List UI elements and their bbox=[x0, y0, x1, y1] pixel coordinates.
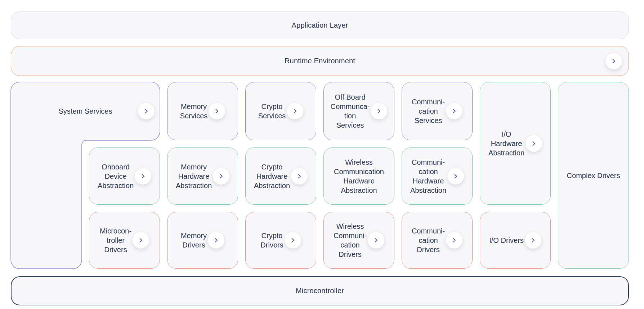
offboard-communication-services-box[interactable]: Off Board Communca- tion Services bbox=[323, 82, 394, 140]
chevron-right-icon[interactable] bbox=[285, 232, 301, 249]
complex-drivers-box: Complex Drivers bbox=[558, 82, 629, 269]
crypto-services-box[interactable]: Crypto Services bbox=[245, 82, 316, 140]
application-layer-label: Application Layer bbox=[292, 21, 348, 29]
io-hardware-abstraction-label: I/O Hardware Abstraction bbox=[488, 129, 524, 158]
wireless-communication-hardware-abstraction-box: Wireless Communication Hardware Abstract… bbox=[323, 147, 394, 205]
runtime-environment-label: Runtime Environment bbox=[285, 57, 355, 65]
chevron-right-icon[interactable] bbox=[526, 135, 542, 152]
layered-architecture-diagram: Application Layer Runtime Environment Sy… bbox=[11, 12, 629, 305]
communication-services-box[interactable]: Communi- cation Services bbox=[402, 82, 473, 140]
wireless-communication-hardware-abstraction-label: Wireless Communication Hardware Abstract… bbox=[334, 158, 384, 195]
offboard-communication-services-label: Off Board Communca- tion Services bbox=[331, 92, 370, 130]
memory-drivers-box[interactable]: Memory Drivers bbox=[167, 212, 238, 269]
chevron-right-icon[interactable] bbox=[446, 232, 462, 249]
io-drivers-label: I/O Drivers bbox=[489, 236, 524, 245]
chevron-right-icon[interactable] bbox=[446, 103, 462, 119]
crypto-services-label: Crypto Services bbox=[258, 102, 286, 121]
chevron-right-icon[interactable] bbox=[138, 103, 155, 119]
microcontroller-box: Microcontroller bbox=[11, 276, 629, 305]
communication-services-label: Communi- cation Services bbox=[412, 97, 445, 125]
system-services-overlay[interactable]: System Services bbox=[11, 82, 160, 140]
wireless-communication-drivers-label: Wireless Communi- cation Drivers bbox=[334, 222, 367, 259]
chevron-right-icon[interactable] bbox=[291, 168, 308, 185]
io-hardware-abstraction-box[interactable]: I/O Hardware Abstraction bbox=[480, 82, 551, 205]
chevron-right-icon[interactable] bbox=[135, 168, 151, 185]
memory-drivers-label: Memory Drivers bbox=[181, 231, 207, 250]
memory-services-label: Memory Services bbox=[180, 102, 208, 121]
communication-drivers-label: Communi- cation Drivers bbox=[412, 226, 445, 254]
crypto-drivers-label: Crypto Drivers bbox=[260, 231, 283, 250]
memory-services-box[interactable]: Memory Services bbox=[167, 82, 238, 140]
wireless-communication-drivers-box[interactable]: Wireless Communi- cation Drivers bbox=[323, 212, 394, 269]
microcontroller-label: Microcontroller bbox=[296, 287, 344, 295]
chevron-right-icon[interactable] bbox=[447, 168, 464, 185]
chevron-right-icon[interactable] bbox=[605, 53, 622, 69]
runtime-environment-box[interactable]: Runtime Environment bbox=[11, 46, 629, 76]
crypto-hardware-abstraction-label: Crypto Hardware Abstraction bbox=[254, 162, 290, 190]
chevron-right-icon[interactable] bbox=[208, 232, 224, 249]
chevron-right-icon[interactable] bbox=[287, 103, 303, 119]
memory-hardware-abstraction-label: Memory Hardware Abstraction bbox=[176, 162, 212, 190]
crypto-drivers-box[interactable]: Crypto Drivers bbox=[245, 212, 316, 269]
io-drivers-box[interactable]: I/O Drivers bbox=[480, 212, 551, 269]
chevron-right-icon[interactable] bbox=[371, 103, 387, 119]
system-services-label: System Services bbox=[59, 107, 112, 115]
chevron-right-icon[interactable] bbox=[133, 232, 149, 249]
communication-hardware-abstraction-label: Communi- cation Hardware Abstraction bbox=[410, 158, 446, 195]
chevron-right-icon[interactable] bbox=[209, 103, 225, 119]
complex-drivers-label: Complex Drivers bbox=[567, 171, 620, 180]
communication-drivers-box[interactable]: Communi- cation Drivers bbox=[402, 212, 473, 269]
chevron-right-icon[interactable] bbox=[213, 168, 229, 185]
basic-software-grid: System Services Memory Services Crypto S… bbox=[11, 82, 629, 269]
memory-hardware-abstraction-box[interactable]: Memory Hardware Abstraction bbox=[167, 147, 238, 205]
chevron-right-icon[interactable] bbox=[368, 232, 384, 249]
communication-hardware-abstraction-box[interactable]: Communi- cation Hardware Abstraction bbox=[402, 147, 473, 205]
crypto-hardware-abstraction-box[interactable]: Crypto Hardware Abstraction bbox=[245, 147, 316, 205]
application-layer-box: Application Layer bbox=[11, 12, 629, 39]
chevron-right-icon[interactable] bbox=[525, 232, 541, 249]
